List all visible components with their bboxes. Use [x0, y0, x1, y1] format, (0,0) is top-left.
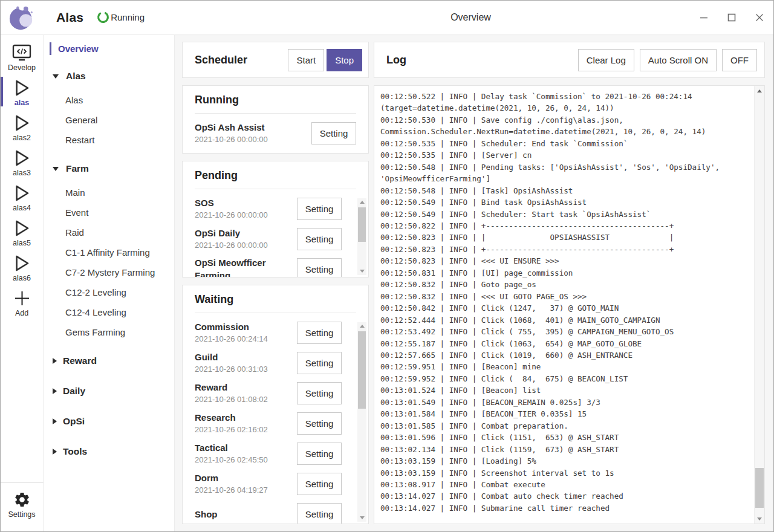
nav-section-header[interactable]: Tools	[44, 440, 174, 463]
log-scrollbar[interactable]	[754, 86, 764, 524]
task-name: SOS	[195, 196, 297, 209]
task-info: Shop	[195, 508, 297, 521]
log-line: 00:13:01.584 | INFO | [BEACON_TIER 0.035…	[380, 408, 747, 420]
nav-item[interactable]: C1-1 Affinity Farming	[44, 242, 174, 262]
scrollbar-thumb[interactable]	[755, 468, 764, 508]
log-output: 00:12:50.522 | INFO | Delay task `Commis…	[374, 85, 765, 524]
close-button[interactable]	[746, 1, 773, 34]
scheduler-title: Scheduler	[195, 54, 288, 66]
task-info: Commission 2021-10-26 00:24:14	[195, 320, 297, 345]
pending-task-list: SOS 2021-10-26 00:00:00 Setting OpSi Dai…	[195, 193, 356, 277]
nav-section-label: Tools	[63, 446, 87, 457]
autoscroll-off-button[interactable]: OFF	[722, 49, 757, 71]
task-setting-button[interactable]: Setting	[297, 473, 342, 495]
scheduler-column: Scheduler Start Stop Running OpSi Ash As…	[175, 35, 374, 531]
nav-item[interactable]: C12-2 Leveling	[44, 282, 174, 302]
log-line: 00:13:14.027 | INFO | Submarine call tim…	[380, 502, 747, 514]
rail-item-instance[interactable]: alas3	[1, 149, 44, 177]
nav-item[interactable]: Event	[44, 203, 174, 222]
scroll-up-icon[interactable]	[357, 322, 366, 330]
scrollbar-thumb[interactable]	[358, 331, 366, 409]
task-next-run-time: 2021-10-26 00:00:00	[195, 239, 297, 251]
stop-button[interactable]: Stop	[327, 49, 362, 71]
scroll-up-icon[interactable]	[755, 86, 764, 96]
scrollbar-track[interactable]	[357, 206, 366, 267]
nav-section: Farm Main Event Raid C1-1 Affinity Fa	[44, 157, 174, 342]
rail-label: Settings	[8, 510, 35, 519]
scroll-down-icon[interactable]	[357, 267, 366, 275]
nav-section-header[interactable]: Farm	[44, 157, 174, 180]
log-panel-header: Log Clear Log Auto Scroll ON OFF	[374, 42, 765, 78]
rail-item-instance[interactable]: alas2	[1, 114, 44, 142]
rail-item-instance[interactable]: alas6	[1, 254, 44, 282]
nav-section: Reward	[44, 349, 174, 372]
nav-section-header[interactable]: Reward	[44, 349, 174, 372]
nav-item-overview[interactable]: Overview	[44, 42, 174, 55]
task-row: OpSi Daily 2021-10-26 00:00:00 Setting	[195, 224, 342, 254]
minimize-button[interactable]	[690, 1, 718, 34]
log-line: 'OpsiMeowfficerFarming']	[380, 173, 747, 184]
nav-item[interactable]: Main	[44, 183, 174, 203]
task-row: OpSi Ash Assist 2021-10-26 00:00:00 Sett…	[195, 118, 356, 148]
nav-item[interactable]: C7-2 Mystery Farming	[44, 262, 174, 282]
task-setting-button[interactable]: Setting	[297, 258, 342, 278]
rail-item-instance[interactable]: alas	[1, 79, 44, 107]
task-name: OpSi Daily	[195, 227, 297, 239]
task-setting-button[interactable]: Setting	[297, 443, 342, 465]
nav-item[interactable]: General	[44, 110, 174, 130]
task-setting-button[interactable]: Setting	[297, 198, 342, 220]
alas-logo-icon	[8, 4, 36, 31]
task-next-run-time: 2021-10-26 00:00:00	[195, 134, 311, 145]
nav-section: Tools	[44, 440, 174, 463]
waiting-scrollbar[interactable]	[357, 322, 366, 522]
nav-section-header[interactable]: OpSi	[44, 410, 174, 433]
scroll-down-icon[interactable]	[755, 514, 764, 524]
scroll-down-icon[interactable]	[357, 514, 366, 522]
log-line: 00:12:50.831 | INFO | [UI] page_commissi…	[380, 267, 747, 279]
log-line: 00:12:50.822 | INFO | +-----------------…	[380, 220, 747, 232]
body: Develop alas	[1, 35, 773, 531]
nav-section-header[interactable]: Alas	[44, 65, 174, 88]
section-arrow-icon	[53, 418, 57, 424]
task-next-run-time: 2021-10-26 04:19:27	[195, 484, 297, 496]
task-setting-button[interactable]: Setting	[311, 122, 356, 144]
task-setting-button[interactable]: Setting	[297, 322, 342, 344]
log-line: 00:13:01.596 | INFO | Click (1151, 653) …	[380, 432, 747, 443]
nav-section-header[interactable]: Daily	[44, 380, 174, 403]
rail-item-instance[interactable]: alas4	[1, 184, 44, 212]
task-row: Guild 2021-10-26 00:31:03 Setting	[195, 348, 342, 378]
rail-item-develop[interactable]: Develop	[1, 44, 44, 72]
task-name: Research	[195, 411, 297, 424]
play-icon	[13, 79, 31, 97]
task-setting-button[interactable]: Setting	[297, 503, 342, 525]
pending-panel: Pending SOS 2021-10-26 00:00:00 Setting	[182, 161, 369, 277]
task-info: SOS 2021-10-26 00:00:00	[195, 196, 297, 221]
task-setting-button[interactable]: Setting	[297, 412, 342, 435]
task-info: Tactical 2021-10-26 02:45:50	[195, 441, 297, 465]
task-setting-button[interactable]: Setting	[297, 352, 342, 374]
scrollbar-track[interactable]	[755, 96, 764, 514]
scrollbar-thumb[interactable]	[358, 207, 366, 242]
nav-item[interactable]: Alas	[44, 90, 174, 110]
task-setting-button[interactable]: Setting	[297, 228, 342, 250]
start-button[interactable]: Start	[288, 49, 324, 71]
scroll-up-icon[interactable]	[357, 198, 366, 206]
rail-item-add[interactable]: Add	[1, 289, 44, 317]
rail-label: alas	[15, 99, 29, 107]
pending-scrollbar[interactable]	[357, 198, 366, 275]
rail-label: alas6	[13, 274, 31, 282]
rail-item-instance[interactable]: alas5	[1, 219, 44, 247]
task-setting-button[interactable]: Setting	[297, 382, 342, 404]
nav-item[interactable]: Raid	[44, 222, 174, 242]
clear-log-button[interactable]: Clear Log	[578, 49, 634, 71]
task-next-run-time: 2021-10-26 02:45:50	[195, 454, 297, 465]
nav-item[interactable]: C12-4 Leveling	[44, 302, 174, 322]
scrollbar-track[interactable]	[357, 330, 366, 514]
nav-item[interactable]: Gems Farming	[44, 322, 174, 342]
brand: Alas Running	[1, 4, 145, 31]
maximize-button[interactable]	[718, 1, 746, 34]
nav-section: Alas Alas General Restart	[44, 65, 174, 150]
autoscroll-on-button[interactable]: Auto Scroll ON	[640, 49, 717, 71]
rail-item-settings[interactable]: Settings	[1, 483, 44, 525]
nav-item[interactable]: Restart	[44, 130, 174, 150]
